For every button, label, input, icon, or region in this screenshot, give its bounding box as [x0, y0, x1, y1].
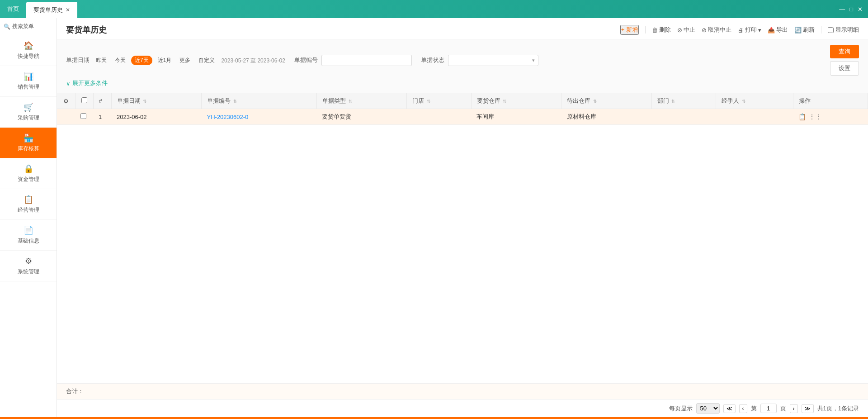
sidebar-label-system: 系统管理	[18, 268, 39, 276]
stop-icon: ⊘	[677, 27, 682, 33]
page-size-select[interactable]: 50 100 200	[696, 403, 720, 414]
date-btn-today[interactable]: 今天	[112, 56, 128, 65]
delete-label: 删除	[659, 26, 671, 34]
th-dept[interactable]: 部门 ⇅	[651, 93, 716, 109]
edit-icon[interactable]: 📋	[798, 113, 806, 120]
sidebar-label-quick-nav: 快捷导航	[18, 52, 39, 60]
query-button[interactable]: 查询	[830, 45, 859, 58]
td-doc-num[interactable]: YH-20230602-0	[202, 109, 317, 125]
tab-home-label: 首页	[7, 5, 19, 13]
table-area: ⚙ # 单据日期 ⇅ 单据编号 ⇅	[57, 93, 868, 383]
sort-pending-icon: ⇅	[593, 99, 597, 104]
cancel-stop-button[interactable]: ⊘ 取消中止	[702, 26, 731, 34]
print-button[interactable]: 🖨 打印 ▾	[738, 26, 761, 34]
sidebar-item-sales[interactable]: 📊 销售管理	[0, 66, 57, 97]
sidebar-search[interactable]: 🔍 搜索菜单	[0, 18, 57, 35]
settings-icon[interactable]: ⚙	[63, 98, 69, 105]
delete-button[interactable]: 🗑 删除	[652, 26, 671, 34]
sort-doctype-icon: ⇅	[349, 99, 352, 104]
sidebar-label-finance: 资金管理	[18, 176, 39, 183]
th-doc-num[interactable]: 单据编号 ⇅	[202, 93, 317, 109]
export-button[interactable]: 📤 导出	[768, 26, 788, 34]
total-info: 共1页，1条记录	[817, 405, 859, 413]
purchase-icon: 🛒	[24, 102, 33, 112]
refresh-icon: 🔄	[794, 27, 802, 33]
basic-info-icon: 📄	[24, 225, 33, 235]
td-doc-type: 要货单要货	[316, 109, 407, 125]
td-pending-warehouse: 原材料仓库	[561, 109, 652, 125]
th-warehouse[interactable]: 要货仓库 ⇅	[471, 93, 561, 109]
sidebar-item-finance[interactable]: 🔒 资金管理	[0, 158, 57, 189]
th-date[interactable]: 单据日期 ⇅	[111, 93, 202, 109]
th-checkbox	[75, 93, 93, 109]
date-btn-7days[interactable]: 近7天	[131, 56, 152, 65]
sidebar-item-system[interactable]: ⚙ 系统管理	[0, 251, 57, 281]
td-store	[407, 109, 471, 125]
sidebar-item-inventory[interactable]: 🏪 库存核算	[0, 128, 57, 158]
more-icon[interactable]: ⋮⋮	[809, 113, 821, 120]
setting-button[interactable]: 设置	[830, 61, 859, 76]
status-filter-group: 单据状态	[421, 55, 538, 66]
th-pending-warehouse[interactable]: 待出仓库 ⇅	[561, 93, 652, 109]
date-btn-1month[interactable]: 近1月	[155, 56, 175, 65]
action-icons: 📋 ⋮⋮	[798, 113, 862, 120]
page-next-btn[interactable]: ›	[790, 404, 798, 413]
th-warehouse-label: 要货仓库	[477, 97, 500, 104]
page-prev-btn[interactable]: ‹	[739, 404, 747, 413]
select-all-checkbox[interactable]	[81, 97, 87, 103]
print-label: 打印	[745, 26, 757, 34]
tab-order-history[interactable]: 要货单历史 ✕	[26, 2, 77, 18]
filter-row: 单据日期 昨天 今天 近7天 近1月 更多 自定义 2023-05-27 至 2…	[66, 45, 859, 76]
show-detail-toggle[interactable]: 显示明细	[828, 26, 859, 34]
th-doc-type[interactable]: 单据类型 ⇅	[316, 93, 407, 109]
table-header-row: ⚙ # 单据日期 ⇅ 单据编号 ⇅	[57, 93, 868, 109]
show-detail-checkbox[interactable]	[828, 27, 834, 33]
refresh-label: 刷新	[803, 26, 815, 34]
page-input-label: 第	[751, 405, 757, 413]
sidebar: 🔍 搜索菜单 🏠 快捷导航 📊 销售管理 🛒 采购管理 🏪 库存核算 🔒 资金管…	[0, 18, 57, 417]
sidebar-item-quick-nav[interactable]: 🏠 快捷导航	[0, 35, 57, 66]
stop-button[interactable]: ⊘ 中止	[677, 26, 695, 34]
page-last-btn[interactable]: ≫	[802, 404, 814, 413]
page-first-btn[interactable]: ≪	[723, 404, 736, 413]
main-layout: 🔍 搜索菜单 🏠 快捷导航 📊 销售管理 🛒 采购管理 🏪 库存核算 🔒 资金管…	[0, 18, 868, 417]
date-btn-custom[interactable]: 自定义	[196, 56, 217, 65]
date-btn-more[interactable]: 更多	[177, 56, 193, 65]
status-label: 单据状态	[421, 56, 444, 64]
maximize-icon[interactable]: □	[849, 6, 853, 13]
td-warehouse: 车间库	[471, 109, 561, 125]
new-button[interactable]: + 新增	[620, 25, 639, 35]
refresh-button[interactable]: 🔄 刷新	[794, 26, 815, 34]
close-icon[interactable]: ✕	[858, 6, 863, 13]
sidebar-item-basic-info[interactable]: 📄 基础信息	[0, 220, 57, 251]
tab-close-icon[interactable]: ✕	[66, 7, 70, 13]
th-store[interactable]: 门店 ⇅	[407, 93, 471, 109]
doc-num-link[interactable]: YH-20230602-0	[207, 114, 249, 120]
sort-store-icon: ⇅	[427, 99, 430, 104]
doc-num-input[interactable]	[321, 55, 412, 66]
filter-actions: 查询 设置	[830, 45, 859, 76]
table-row[interactable]: 1 2023-06-02 YH-20230602-0 要货单要货 车间库 原材料…	[57, 109, 868, 125]
date-filter: 昨天 今天 近7天 近1月 更多 自定义	[93, 56, 217, 65]
pagination-bar: 每页显示 50 100 200 ≪ ‹ 第 页 › ≫ 共1页，1条记录	[57, 399, 868, 417]
operations-icon: 📋	[24, 195, 33, 205]
search-icon: 🔍	[4, 24, 10, 30]
expand-more[interactable]: ∨ 展开更多条件	[66, 79, 859, 87]
top-bar: 首页 要货单历史 ✕ — □ ✕	[0, 0, 868, 18]
doc-num-filter-group: 单据编号	[294, 55, 412, 66]
tab-home[interactable]: 首页	[0, 0, 26, 18]
sidebar-item-operations[interactable]: 📋 经营管理	[0, 189, 57, 220]
summary-label: 合计：	[66, 387, 84, 395]
row-checkbox[interactable]	[80, 113, 86, 119]
minimize-icon[interactable]: —	[839, 6, 845, 13]
sidebar-item-purchase[interactable]: 🛒 采购管理	[0, 97, 57, 128]
status-select-wrapper	[448, 55, 538, 66]
th-handler[interactable]: 经手人 ⇅	[716, 93, 793, 109]
th-num: #	[93, 93, 111, 109]
date-btn-yesterday[interactable]: 昨天	[93, 56, 109, 65]
status-select[interactable]	[448, 55, 538, 66]
sort-handler-icon: ⇅	[742, 99, 745, 104]
page-num-input[interactable]	[760, 404, 777, 413]
sidebar-label-operations: 经营管理	[18, 206, 39, 214]
toolbar: + 新增 🗑 删除 ⊘ 中止 ⊘ 取消中止 🖨 打印 ▾	[620, 25, 859, 35]
